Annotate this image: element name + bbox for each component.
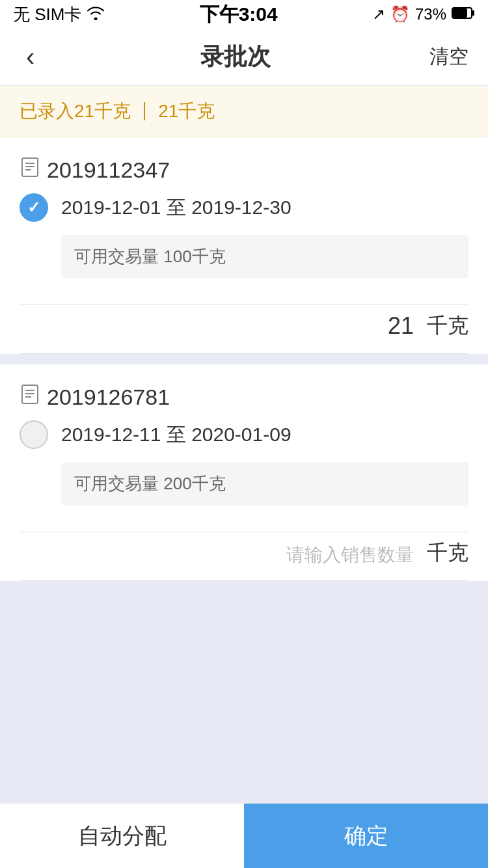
recorded-amount: 已录入21千克 <box>20 99 131 124</box>
batch-id-row-1: 2019112347 <box>20 157 468 183</box>
status-left: 无 SIM卡 <box>13 3 105 26</box>
bottom-bar: 自动分配 确定 <box>0 803 488 868</box>
info-divider <box>144 102 145 120</box>
section-divider <box>0 354 488 364</box>
quantity-row-1: 千克 <box>0 305 488 353</box>
batch-volume-text-2: 可用交易量 200千克 <box>74 474 226 493</box>
alarm-icon: ⏰ <box>390 5 410 23</box>
total-amount: 21千克 <box>158 99 215 124</box>
batch-date-row-1[interactable]: ✓ 2019-12-01 至 2019-12-30 <box>20 193 468 222</box>
clear-button[interactable]: 清空 <box>429 44 468 70</box>
info-banner: 已录入21千克 21千克 <box>0 86 488 137</box>
batch-doc-icon-2 <box>20 384 40 410</box>
batch-date-row-2[interactable]: ✓ 2019-12-11 至 2020-01-09 <box>20 420 468 449</box>
batch-id-row-2: 2019126781 <box>20 384 468 410</box>
status-time: 下午3:04 <box>200 1 278 28</box>
batch-doc-icon-1 <box>20 157 40 183</box>
nav-bar: ‹ 录批次 清空 <box>0 29 488 86</box>
status-bar: 无 SIM卡 下午3:04 ↗ ⏰ 73% <box>0 0 488 29</box>
batch-volume-text-1: 可用交易量 100千克 <box>74 247 226 266</box>
battery-text: 73% <box>415 5 446 23</box>
batch-date-1: 2019-12-01 至 2019-12-30 <box>61 195 291 221</box>
batch-card-1: 2019112347 ✓ 2019-12-01 至 2019-12-30 可用交… <box>0 137 488 354</box>
auto-distribute-button[interactable]: 自动分配 <box>0 804 244 868</box>
batch-id-2: 2019126781 <box>47 385 170 410</box>
checkmark-1: ✓ <box>27 198 40 217</box>
location-icon: ↗ <box>372 5 385 23</box>
batch-date-2: 2019-12-11 至 2020-01-09 <box>61 422 291 448</box>
batch-item-1: 2019112347 ✓ 2019-12-01 至 2019-12-30 可用交… <box>0 137 488 305</box>
main-content: 2019112347 ✓ 2019-12-01 至 2019-12-30 可用交… <box>0 137 488 868</box>
status-right: ↗ ⏰ 73% <box>372 5 475 23</box>
quantity-unit-2: 千克 <box>427 539 468 567</box>
batch-volume-bar-2: 可用交易量 200千克 <box>61 462 468 506</box>
quantity-input-2[interactable] <box>122 539 414 567</box>
page-title: 录批次 <box>200 41 271 73</box>
batch-id-1: 2019112347 <box>47 157 170 183</box>
batch-checkbox-1[interactable]: ✓ <box>20 193 48 222</box>
quantity-input-1[interactable] <box>122 312 414 340</box>
wifi-icon <box>87 5 105 25</box>
batch-card-2: 2019126781 ✓ 2019-12-11 至 2020-01-09 可用交… <box>0 364 488 581</box>
batch-checkbox-2[interactable]: ✓ <box>20 420 48 449</box>
back-button[interactable]: ‹ <box>20 36 41 78</box>
batch-item-2: 2019126781 ✓ 2019-12-11 至 2020-01-09 可用交… <box>0 364 488 532</box>
confirm-button[interactable]: 确定 <box>244 804 488 868</box>
svg-rect-1 <box>472 10 474 16</box>
batch-volume-bar-1: 可用交易量 100千克 <box>61 235 468 278</box>
battery-icon <box>452 5 475 23</box>
svg-rect-2 <box>453 8 467 18</box>
no-sim-text: 无 SIM卡 <box>13 3 81 26</box>
quantity-row-2: 千克 <box>0 532 488 580</box>
quantity-unit-1: 千克 <box>427 312 468 340</box>
